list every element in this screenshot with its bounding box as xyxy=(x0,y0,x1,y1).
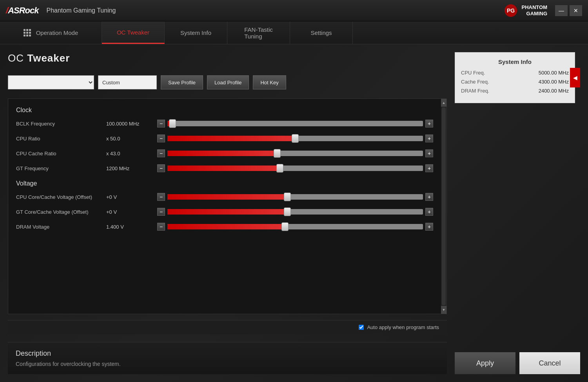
cpu-voltage-row: CPU Core/Cache Voltage (Offset) +0 V − + xyxy=(16,193,433,201)
cpu-ratio-row: CPU Ratio x 50.0 − + xyxy=(16,135,433,142)
dram-voltage-slider-track[interactable] xyxy=(167,224,423,229)
cpu-cache-ratio-slider-track[interactable] xyxy=(167,151,423,156)
save-profile-button[interactable]: Save Profile xyxy=(161,75,203,89)
cpu-freq-row: CPU Freq. 5000.00 MHz xyxy=(461,70,569,76)
cancel-button[interactable]: Cancel xyxy=(519,352,580,374)
description-title: Description xyxy=(16,349,439,358)
gt-voltage-slider-track[interactable] xyxy=(167,209,423,215)
collapse-panel-button[interactable]: ◀ xyxy=(570,68,580,87)
scrollbar: ▲ ▼ xyxy=(441,99,446,314)
tab-operation-mode[interactable]: Operation Mode xyxy=(0,22,102,44)
right-panel: System Info CPU Freq. 5000.00 MHz Cache … xyxy=(455,52,580,374)
gt-freq-row: GT Frequency 1200 MHz − + xyxy=(16,164,433,172)
main-content: OC Tweaker Save Profile Load Profile Hot… xyxy=(0,44,588,382)
cpu-cache-ratio-slider-container: − + xyxy=(157,149,433,157)
clock-section-title: Clock xyxy=(16,107,433,114)
tab-fan-tastic[interactable]: FAN-TasticTuning xyxy=(227,22,290,44)
cpu-freq-value: 5000.00 MHz xyxy=(539,70,569,76)
bclk-slider-container: − + xyxy=(157,120,433,127)
close-button[interactable]: ✕ xyxy=(570,5,582,16)
cpu-voltage-slider-track[interactable] xyxy=(167,194,423,200)
cpu-cache-ratio-value: x 43.0 xyxy=(106,151,153,156)
bclk-value: 100.0000 MHz xyxy=(106,121,153,127)
load-profile-button[interactable]: Load Profile xyxy=(207,75,249,89)
auto-apply-bar: Auto apply when program starts xyxy=(8,320,447,334)
app-logo: /ASRock xyxy=(6,5,38,16)
cpu-voltage-plus-button[interactable]: + xyxy=(425,193,433,201)
cpu-ratio-plus-button[interactable]: + xyxy=(425,135,433,142)
gt-freq-plus-button[interactable]: + xyxy=(425,164,433,172)
gt-voltage-slider-container: − + xyxy=(157,208,433,216)
action-buttons: Apply Cancel xyxy=(455,352,580,374)
cpu-voltage-label: CPU Core/Cache Voltage (Offset) xyxy=(16,194,102,200)
dram-freq-row: DRAM Freq. 2400.00 MHz xyxy=(461,88,569,94)
navbar: Operation Mode OC Tweaker System Info FA… xyxy=(0,22,588,44)
bclk-label: BCLK Frequency xyxy=(16,121,102,127)
dram-freq-value: 2400.00 MHz xyxy=(539,88,569,94)
gt-voltage-value: +0 V xyxy=(106,209,153,215)
settings-panel: Clock BCLK Frequency 100.0000 MHz − + xyxy=(8,98,447,314)
scroll-down-button[interactable]: ▼ xyxy=(441,306,446,314)
cpu-ratio-label: CPU Ratio xyxy=(16,136,102,142)
gt-freq-label: GT Frequency xyxy=(16,166,102,171)
auto-apply-checkbox[interactable] xyxy=(359,325,364,330)
minimize-button[interactable]: — xyxy=(555,5,568,16)
dram-freq-label: DRAM Freq. xyxy=(461,88,489,94)
cpu-cache-ratio-minus-button[interactable]: − xyxy=(157,149,165,157)
cpu-ratio-slider-track[interactable] xyxy=(167,136,423,141)
profile-name-input[interactable] xyxy=(98,75,157,89)
bclk-slider-track[interactable] xyxy=(167,121,423,126)
gt-voltage-label: GT Core/Cache Voltage (Offset) xyxy=(16,209,102,215)
voltage-section-title: Voltage xyxy=(16,180,433,187)
scroll-thumb[interactable] xyxy=(442,107,446,305)
apply-button[interactable]: Apply xyxy=(455,352,515,374)
tab-settings[interactable]: Settings xyxy=(290,22,353,44)
cpu-cache-ratio-row: CPU Cache Ratio x 43.0 − + xyxy=(16,149,433,157)
svg-text:PG: PG xyxy=(506,7,514,14)
system-info-box: System Info CPU Freq. 5000.00 MHz Cache … xyxy=(455,52,575,103)
left-panel: OC Tweaker Save Profile Load Profile Hot… xyxy=(8,52,447,374)
dram-voltage-plus-button[interactable]: + xyxy=(425,223,433,231)
scroll-up-button[interactable]: ▲ xyxy=(441,99,446,107)
gt-freq-minus-button[interactable]: − xyxy=(157,164,165,172)
tab-oc-tweaker[interactable]: OC Tweaker xyxy=(102,22,165,44)
cache-freq-row: Cache Freq. 4300.00 MHz xyxy=(461,79,569,85)
cpu-ratio-value: x 50.0 xyxy=(106,136,153,142)
bclk-plus-button[interactable]: + xyxy=(425,120,433,127)
gt-freq-slider-container: − + xyxy=(157,164,433,172)
settings-scroll-area[interactable]: Clock BCLK Frequency 100.0000 MHz − + xyxy=(8,99,441,314)
description-text: Configurations for overclocking the syst… xyxy=(16,361,439,367)
system-info-row: System Info CPU Freq. 5000.00 MHz Cache … xyxy=(455,52,580,103)
cpu-freq-label: CPU Freq. xyxy=(461,70,485,76)
dram-voltage-value: 1.400 V xyxy=(106,224,153,230)
cache-freq-label: Cache Freq. xyxy=(461,79,489,85)
cpu-voltage-value: +0 V xyxy=(106,194,153,200)
tab-system-info[interactable]: System Info xyxy=(165,22,227,44)
cpu-cache-ratio-plus-button[interactable]: + xyxy=(425,149,433,157)
system-info-title: System Info xyxy=(461,58,569,65)
cpu-voltage-minus-button[interactable]: − xyxy=(157,193,165,201)
dram-voltage-slider-container: − + xyxy=(157,223,433,231)
gt-freq-value: 1200 MHz xyxy=(106,166,153,171)
cache-freq-value: 4300.00 MHz xyxy=(539,79,569,85)
auto-apply-label[interactable]: Auto apply when program starts xyxy=(367,324,439,330)
phantom-text: PHANTOM GAMING xyxy=(522,4,547,16)
gt-voltage-plus-button[interactable]: + xyxy=(425,208,433,216)
phantom-icon: PG xyxy=(504,4,518,18)
profile-select[interactable] xyxy=(8,75,94,89)
bclk-minus-button[interactable]: − xyxy=(157,120,165,127)
cpu-voltage-slider-container: − + xyxy=(157,193,433,201)
description-section: Description Configurations for overclock… xyxy=(8,342,447,374)
cpu-ratio-minus-button[interactable]: − xyxy=(157,135,165,142)
hotkey-button[interactable]: Hot Key xyxy=(253,75,286,89)
phantom-branding: PG PHANTOM GAMING xyxy=(504,4,547,18)
dram-voltage-label: DRAM Voltage xyxy=(16,224,102,230)
titlebar: /ASRock Phantom Gaming Tuning PG PHANTOM… xyxy=(0,0,588,22)
cpu-ratio-slider-container: − + xyxy=(157,135,433,142)
gt-freq-slider-track[interactable] xyxy=(167,166,423,171)
bclk-row: BCLK Frequency 100.0000 MHz − + xyxy=(16,120,433,127)
app-title: Phantom Gaming Tuning xyxy=(46,7,503,14)
gt-voltage-minus-button[interactable]: − xyxy=(157,208,165,216)
dram-voltage-minus-button[interactable]: − xyxy=(157,223,165,231)
cpu-cache-ratio-label: CPU Cache Ratio xyxy=(16,151,102,156)
